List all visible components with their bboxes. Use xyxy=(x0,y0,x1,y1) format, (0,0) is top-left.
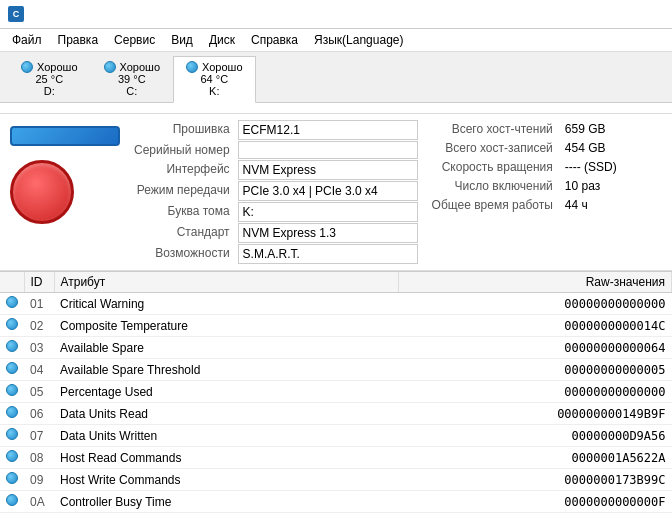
row-id-8: 09 xyxy=(24,469,54,491)
menu-item-файл[interactable]: Файл xyxy=(4,31,50,49)
drive-tabs: Хорошо 25 °C D: Хорошо 39 °C C: Хорошо 6… xyxy=(0,52,672,103)
table-row[interactable]: 03 Available Spare 00000000000064 xyxy=(0,337,672,359)
window-controls xyxy=(614,7,664,21)
row-status-icon-8 xyxy=(6,472,18,484)
row-icon-cell-2 xyxy=(0,337,24,359)
row-status-icon-1 xyxy=(6,318,18,330)
menu-item-диск[interactable]: Диск xyxy=(201,31,243,49)
table-row[interactable]: 07 Data Units Written 00000000D9A56 xyxy=(0,425,672,447)
tab-status-label-2: Хорошо xyxy=(202,61,243,73)
status-dot-1 xyxy=(104,61,116,73)
table-container[interactable]: ID Атрибут Raw-значения 01 Critical Warn… xyxy=(0,272,672,530)
menu-item-правка[interactable]: Правка xyxy=(50,31,107,49)
row-name-5: Data Units Read xyxy=(54,403,399,425)
drive-tab-1[interactable]: Хорошо 39 °C C: xyxy=(91,56,174,102)
center-label-1: Серийный номер xyxy=(130,141,234,159)
center-label-2: Интерфейс xyxy=(130,160,234,180)
left-panel xyxy=(10,120,120,264)
right-value-0: 659 GB xyxy=(561,120,672,138)
attributes-table: ID Атрибут Raw-значения 01 Critical Warn… xyxy=(0,272,672,513)
menu-item-вид[interactable]: Вид xyxy=(163,31,201,49)
app-icon: C xyxy=(8,6,24,22)
right-label-2: Скорость вращения xyxy=(428,158,557,176)
row-icon-cell-7 xyxy=(0,447,24,469)
row-name-7: Host Read Commands xyxy=(54,447,399,469)
row-id-0: 01 xyxy=(24,293,54,315)
row-status-icon-0 xyxy=(6,296,18,308)
row-status-icon-2 xyxy=(6,340,18,352)
row-id-3: 04 xyxy=(24,359,54,381)
row-id-2: 03 xyxy=(24,337,54,359)
col-raw: Raw-значения xyxy=(399,272,672,293)
menu-item-справка[interactable]: Справка xyxy=(243,31,306,49)
drive-tab-2[interactable]: Хорошо 64 °C K: xyxy=(173,56,256,103)
row-name-3: Available Spare Threshold xyxy=(54,359,399,381)
minimize-button[interactable] xyxy=(614,7,628,21)
tab-status-2: Хорошо xyxy=(186,61,243,73)
main-content: ПрошивкаECFM12.1Серийный номерИнтерфейсN… xyxy=(0,103,672,530)
info-section: ПрошивкаECFM12.1Серийный номерИнтерфейсN… xyxy=(0,114,672,271)
row-raw-4: 00000000000000 xyxy=(399,381,672,403)
row-id-6: 07 xyxy=(24,425,54,447)
table-section: ID Атрибут Raw-значения 01 Critical Warn… xyxy=(0,271,672,530)
row-raw-8: 0000000173B99C xyxy=(399,469,672,491)
table-row[interactable]: 05 Percentage Used 00000000000000 xyxy=(0,381,672,403)
right-value-4: 44 ч xyxy=(561,196,672,214)
health-badge xyxy=(10,126,120,146)
right-label-0: Всего хост-чтений xyxy=(428,120,557,138)
center-label-6: Возможности xyxy=(130,244,234,264)
row-status-icon-9 xyxy=(6,494,18,506)
table-row[interactable]: 0A Controller Busy Time 0000000000000F xyxy=(0,491,672,513)
right-panel: Всего хост-чтений659 GBВсего хост-записе… xyxy=(428,120,662,264)
title-bar: C xyxy=(0,0,672,29)
tab-status-label-0: Хорошо xyxy=(37,61,78,73)
drive-tab-0[interactable]: Хорошо 25 °C D: xyxy=(8,56,91,102)
table-row[interactable]: 06 Data Units Read 000000000149B9F xyxy=(0,403,672,425)
row-raw-7: 0000001A5622A xyxy=(399,447,672,469)
center-label-0: Прошивка xyxy=(130,120,234,140)
right-value-2: ---- (SSD) xyxy=(561,158,672,176)
row-id-1: 02 xyxy=(24,315,54,337)
menu-bar: ФайлПравкаСервисВидДискСправкаЯзык(Langu… xyxy=(0,29,672,52)
row-id-9: 0A xyxy=(24,491,54,513)
col-id: ID xyxy=(24,272,54,293)
tab-temp-1: 39 °C xyxy=(118,73,146,85)
row-icon-cell-8 xyxy=(0,469,24,491)
center-value-4: K: xyxy=(238,202,418,222)
tab-status-1: Хорошо xyxy=(104,61,161,73)
row-icon-cell-0 xyxy=(0,293,24,315)
row-id-4: 05 xyxy=(24,381,54,403)
table-row[interactable]: 08 Host Read Commands 0000001A5622A xyxy=(0,447,672,469)
row-name-2: Available Spare xyxy=(54,337,399,359)
row-name-4: Percentage Used xyxy=(54,381,399,403)
row-icon-cell-3 xyxy=(0,359,24,381)
center-value-1 xyxy=(238,141,418,159)
tab-drive-0: D: xyxy=(44,85,55,97)
temp-badge xyxy=(10,160,74,224)
row-status-icon-4 xyxy=(6,384,18,396)
col-name: Атрибут xyxy=(54,272,399,293)
tab-temp-2: 64 °C xyxy=(200,73,228,85)
center-label-5: Стандарт xyxy=(130,223,234,243)
status-dot-2 xyxy=(186,61,198,73)
tab-temp-0: 25 °C xyxy=(35,73,63,85)
menu-item-сервис[interactable]: Сервис xyxy=(106,31,163,49)
table-row[interactable]: 09 Host Write Commands 0000000173B99C xyxy=(0,469,672,491)
row-name-0: Critical Warning xyxy=(54,293,399,315)
row-raw-6: 00000000D9A56 xyxy=(399,425,672,447)
menu-item-язык(language)[interactable]: Язык(Language) xyxy=(306,31,411,49)
row-raw-1: 0000000000014C xyxy=(399,315,672,337)
center-value-6: S.M.A.R.T. xyxy=(238,244,418,264)
maximize-button[interactable] xyxy=(632,7,646,21)
row-raw-9: 0000000000000F xyxy=(399,491,672,513)
right-value-1: 454 GB xyxy=(561,139,672,157)
right-label-3: Число включений xyxy=(428,177,557,195)
table-row[interactable]: 02 Composite Temperature 0000000000014C xyxy=(0,315,672,337)
table-row[interactable]: 01 Critical Warning 00000000000000 xyxy=(0,293,672,315)
center-label-4: Буква тома xyxy=(130,202,234,222)
close-button[interactable] xyxy=(650,7,664,21)
right-label-1: Всего хост-записей xyxy=(428,139,557,157)
tab-status-0: Хорошо xyxy=(21,61,78,73)
row-name-8: Host Write Commands xyxy=(54,469,399,491)
table-row[interactable]: 04 Available Spare Threshold 00000000000… xyxy=(0,359,672,381)
